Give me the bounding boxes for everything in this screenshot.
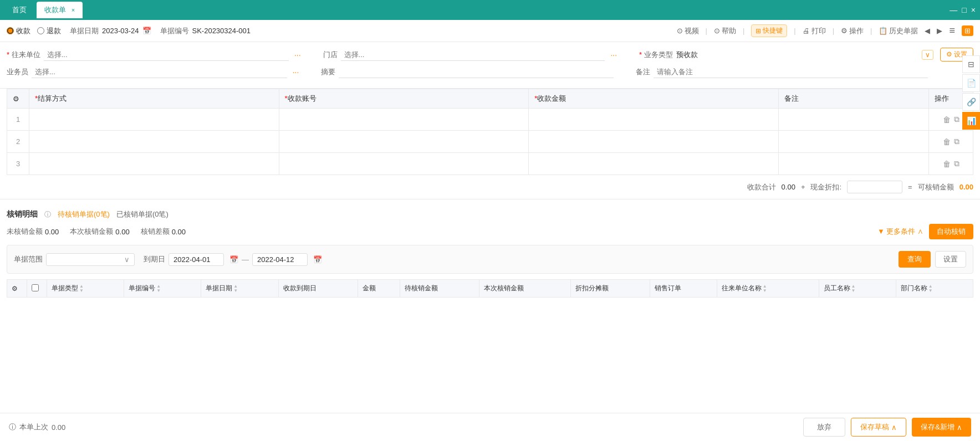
verify-info-icon[interactable]: ⓘ	[44, 210, 51, 219]
tab-home[interactable]: 首页	[4, 2, 34, 18]
store-more-btn[interactable]: ···	[610, 50, 617, 59]
query-btn[interactable]: 查询	[899, 251, 931, 268]
bottom-col-dept: 部门名称▲▼	[896, 280, 973, 298]
help-btn[interactable]: ⊙ 帮助	[714, 26, 736, 36]
sidebar-icon-doc[interactable]: 📄	[962, 74, 980, 92]
remark-input[interactable]	[654, 66, 928, 78]
sidebar-icon-chart[interactable]: 📊	[962, 112, 980, 130]
row-delete-btn-2[interactable]: 🗑	[943, 137, 951, 146]
next-icon[interactable]: ▶	[937, 27, 942, 35]
row-delete-btn-1[interactable]: 🗑	[943, 115, 951, 124]
menu-icon[interactable]: ≡	[949, 25, 955, 37]
grid-icon[interactable]: ⊞	[962, 25, 973, 36]
cell-account-1[interactable]	[279, 109, 529, 131]
form-row-1: 往来单位 ··· 门店 ··· 业务类型 预收款 ∨ ⚙ 设置	[7, 48, 973, 61]
window-maximize[interactable]: □	[962, 6, 966, 14]
employee-more-btn[interactable]: ···	[293, 68, 299, 76]
summary-input[interactable]	[339, 66, 613, 78]
cell-amount-1[interactable]	[529, 109, 779, 131]
bottom-col-due: 收款到期日	[278, 280, 358, 298]
window-minimize[interactable]: —	[950, 6, 957, 14]
cal-start-icon[interactable]: 📅	[229, 255, 238, 264]
summary-field: 摘要	[321, 66, 613, 78]
plus-sign: +	[801, 183, 805, 191]
bottom-col-amount: 金额	[358, 280, 400, 298]
unverified-amount: 未核销金额 0.00	[7, 227, 59, 237]
form-row-2: 业务员 ··· 摘要 备注	[7, 66, 973, 78]
bottom-col-check[interactable]	[27, 280, 47, 298]
cal-end-icon[interactable]: 📅	[313, 255, 322, 264]
date-end-input[interactable]	[252, 253, 308, 266]
counterparty-field: 往来单位 ···	[7, 49, 301, 61]
current-verify-amount: 本次核销金额 0.00	[70, 227, 129, 237]
row-delete-btn-3[interactable]: 🗑	[943, 160, 951, 168]
date-range-filter: 到期日 📅 — 📅	[144, 253, 322, 266]
cell-amount-3[interactable]	[529, 153, 779, 175]
cell-settlement-3[interactable]	[29, 153, 279, 175]
history-btn[interactable]: 📋 历史单据	[879, 26, 918, 36]
select-all-checkbox[interactable]	[32, 284, 39, 291]
footer-prev-icon[interactable]: ⓘ	[9, 422, 16, 432]
cell-remark-2[interactable]	[778, 131, 928, 153]
abandon-btn[interactable]: 放弃	[803, 418, 845, 437]
filter-settings-btn[interactable]: 设置	[935, 251, 966, 268]
verify-title: 核销明细	[7, 209, 38, 219]
total-label: 收款合计	[747, 182, 776, 192]
tab-close-btn[interactable]: ×	[72, 7, 75, 13]
cell-account-3[interactable]	[279, 153, 529, 175]
window-close[interactable]: ×	[971, 6, 976, 14]
cell-settlement-1[interactable]	[29, 109, 279, 131]
sidebar-icon-link[interactable]: 🔗	[962, 93, 980, 111]
business-type-field: 业务类型 预收款 ∨	[639, 50, 933, 60]
range-select[interactable]: ∨	[46, 253, 135, 266]
save-draft-btn[interactable]: 保存草稿 ∧	[851, 418, 906, 437]
prev-icon[interactable]: ◀	[925, 27, 930, 35]
cell-remark-3[interactable]	[778, 153, 928, 175]
footer-prev-label: ⓘ 本单上次 0.00	[9, 422, 65, 432]
total-value: 0.00	[782, 183, 795, 191]
bottom-col-gear[interactable]: ⚙	[7, 280, 27, 298]
main-content: 收款 退款 单据日期 2023-03-24 📅 单据编号 SK-20230324…	[0, 20, 980, 441]
cell-remark-1[interactable]	[778, 109, 928, 131]
cell-settlement-2[interactable]	[29, 131, 279, 153]
cell-amount-2[interactable]	[529, 131, 779, 153]
done-tab[interactable]: 已核销单据(0笔)	[116, 209, 169, 219]
video-btn[interactable]: ⊙ 视频	[677, 26, 699, 36]
toolbar: 收款 退款 单据日期 2023-03-24 📅 单据编号 SK-20230324…	[0, 20, 980, 42]
hotkey-icon: ⊞	[756, 27, 761, 35]
verify-right-actions: ▼ 更多条件 ∧ 自动核销	[877, 224, 973, 239]
gear-col-header[interactable]: ⚙	[7, 89, 29, 109]
sidebar-icon-table[interactable]: ⊟	[962, 55, 980, 73]
radio-refund[interactable]: 退款	[37, 26, 61, 36]
receipt-table-wrap: ⚙ *结算方式 *收款账号 *收款金额 备注 操作	[0, 89, 980, 175]
col-account: *收款账号	[279, 89, 529, 109]
discount-input[interactable]	[847, 181, 902, 193]
counterparty-more-btn[interactable]: ···	[294, 50, 301, 59]
tab-receipt[interactable]: 收款单 ×	[37, 2, 83, 18]
operation-btn[interactable]: ⚙ 操作	[841, 26, 864, 36]
remark-field: 备注	[636, 66, 928, 78]
bottom-gear-icon[interactable]: ⚙	[12, 285, 18, 293]
pending-tab[interactable]: 待核销单据(0笔)	[58, 209, 110, 219]
cell-account-2[interactable]	[279, 131, 529, 153]
row-copy-btn-1[interactable]: ⧉	[954, 115, 959, 124]
toolbar-actions: ⊙ 视频 | ⊙ 帮助 | ⊞ 快捷键 | 🖨 打印 | ⚙ 操作	[677, 24, 973, 37]
date-start-input[interactable]	[169, 253, 224, 266]
print-icon: 🖨	[803, 27, 810, 35]
counterparty-input[interactable]	[44, 49, 289, 61]
business-type-dropdown[interactable]: ∨	[922, 50, 933, 60]
verify-diff: 核销差额 0.00	[141, 227, 186, 237]
calendar-icon[interactable]: 📅	[142, 27, 151, 35]
row-copy-btn-2[interactable]: ⧉	[954, 137, 959, 146]
auto-verify-btn[interactable]: 自动核销	[929, 224, 973, 239]
row-copy-btn-3[interactable]: ⧉	[954, 159, 959, 168]
radio-receipt[interactable]: 收款	[7, 26, 30, 36]
print-btn[interactable]: 🖨 打印	[803, 26, 826, 36]
hotkey-btn[interactable]: ⊞ 快捷键	[751, 24, 787, 37]
more-conditions-btn[interactable]: ▼ 更多条件 ∧	[877, 227, 923, 237]
operation-icon: ⚙	[841, 27, 848, 35]
store-input[interactable]	[341, 49, 605, 61]
save-new-btn[interactable]: 保存&新增 ∧	[912, 418, 971, 437]
table-gear-icon[interactable]: ⚙	[13, 95, 19, 103]
employee-input[interactable]	[32, 66, 287, 78]
